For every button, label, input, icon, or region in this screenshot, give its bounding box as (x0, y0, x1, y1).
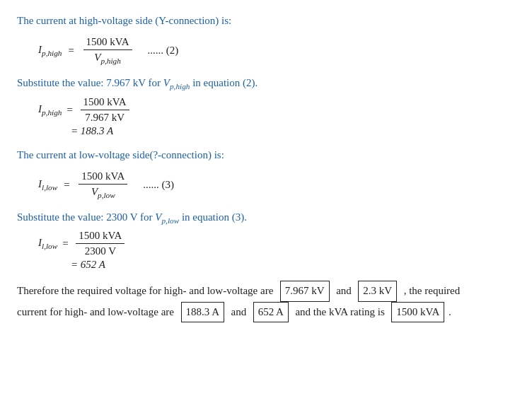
equation-2-block: Ip,high = 1500 kVA Vp,high ...... (2) (38, 36, 515, 65)
result-text-5: and (231, 306, 247, 317)
low-denom: 2300 V (82, 244, 119, 257)
eq2-label: ...... (2) (148, 45, 179, 57)
low-calc-eq1: Il,low = 1500 kVA 2300 V (38, 230, 515, 257)
eq3-numer: 1500 kVA (79, 170, 127, 185)
eq2-equals: = (67, 45, 74, 57)
eq3-lhs-var: Il,low (38, 178, 57, 192)
low-result: = 652 A (71, 259, 105, 271)
result-paragraph: Therefore the required voltage for high-… (17, 281, 515, 322)
boxed-7967kv: 7.967 kV (280, 281, 330, 302)
eq2-fraction: 1500 kVA Vp,high (83, 36, 132, 65)
result-text-1: Therefore the required voltage for high-… (17, 285, 273, 296)
intro-low-text: The current at low-voltage side(?-connec… (17, 147, 515, 163)
result-text-3: , the required (404, 285, 461, 296)
eq3-denom: Vp,low (88, 185, 118, 199)
eq3-label: ...... (3) (143, 179, 174, 191)
result-text-6: and the kVA rating is (295, 306, 384, 317)
high-result: = 188.3 A (71, 125, 113, 137)
high-eq-sign: = (66, 104, 73, 116)
equation-3-block: Il,low = 1500 kVA Vp,low ...... (3) (38, 170, 515, 199)
sub-high-text: Substitute the value: 7.967 kV for Vp,hi… (17, 75, 515, 93)
result-text-2: and (336, 285, 352, 296)
boxed-652a: 652 A (253, 302, 289, 323)
high-fraction: 1500 kVA 7.967 kV (81, 96, 129, 124)
intro-high-text: The current at high-voltage side (Y-conn… (17, 13, 515, 29)
high-calc-result-line: = 188.3 A (71, 125, 515, 137)
boxed-1500kva: 1500 kVA (391, 302, 444, 323)
high-calc-block: Ip,high = 1500 kVA 7.967 kV = 188.3 A (38, 96, 515, 137)
high-denom: 7.967 kV (82, 110, 127, 124)
low-eq-sign: = (62, 238, 69, 250)
eq2-lhs-var: Ip,high (38, 44, 62, 57)
low-numer: 1500 kVA (76, 230, 125, 244)
result-text-7: . (449, 306, 451, 317)
low-fraction: 1500 kVA 2300 V (76, 230, 125, 257)
result-text-4: current for high- and low-voltage are (17, 306, 174, 317)
low-calc-result-line: = 652 A (71, 259, 515, 271)
high-calc-eq1: Ip,high = 1500 kVA 7.967 kV (38, 96, 515, 124)
eq3-fraction: 1500 kVA Vp,low (79, 170, 127, 199)
sub-low-text: Substitute the value: 2300 V for Vp,low … (17, 209, 515, 227)
low-lhs: Il,low (38, 237, 57, 250)
boxed-23kv: 2.3 kV (358, 281, 397, 302)
boxed-1883a: 188.3 A (181, 302, 225, 323)
high-numer: 1500 kVA (81, 96, 129, 110)
eq2-denom: Vp,high (91, 50, 124, 65)
sub-high-var: Vp,high (163, 77, 190, 88)
sub-low-var: Vp,low (155, 211, 179, 223)
high-lhs: Ip,high (38, 103, 62, 117)
eq3-equals: = (63, 179, 70, 191)
eq2-numer: 1500 kVA (83, 36, 132, 50)
low-calc-block: Il,low = 1500 kVA 2300 V = 652 A (38, 230, 515, 271)
